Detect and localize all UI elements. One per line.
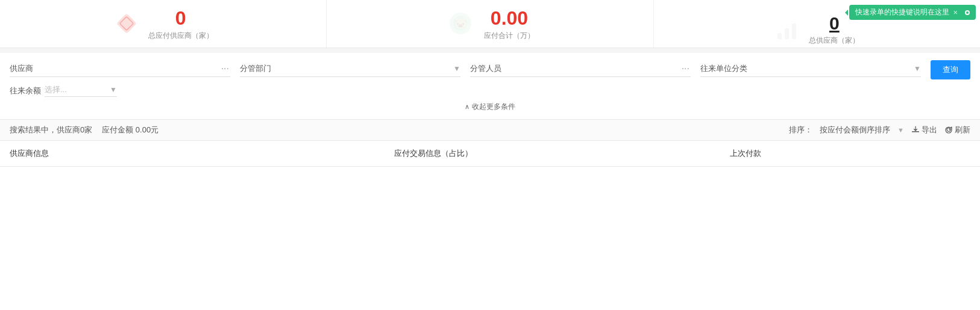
stat-payable-suppliers: 0 总应付供应商（家） (0, 0, 327, 48)
svg-rect-7 (792, 23, 796, 39)
export-btn[interactable]: 导出 (911, 125, 937, 135)
unit-chevron[interactable]: ▼ (914, 64, 921, 73)
result-bar: 搜索结果中，供应商0家 应付金额 0.00元 排序： 按应付会额倒序排序 ▼ 导… (0, 120, 980, 141)
total-suppliers-number: 0 (829, 13, 840, 34)
unit-label: 往来单位分类 (700, 63, 747, 74)
table-body (0, 167, 980, 310)
export-label: 导出 (922, 125, 937, 135)
dept-filter-group: 分管部门 ▼ (240, 63, 460, 77)
chart-icon (774, 16, 800, 43)
tooltip-close-btn[interactable]: × (953, 8, 958, 17)
collapse-chevron-icon: ∧ (465, 103, 470, 111)
dept-chevron[interactable]: ▼ (453, 64, 460, 73)
sort-label: 排序： (789, 125, 812, 135)
filter-row-1: 供应商 ··· 分管部门 ▼ 分管人员 ··· 往来单位分类 ▼ 查询 (10, 60, 970, 79)
payable-suppliers-label: 总应付供应商（家） (148, 31, 213, 41)
result-amount: 应付金额 0.00元 (102, 125, 159, 135)
refresh-label: 刷新 (955, 125, 970, 135)
stats-bar: 0 总应付供应商（家） 🐷 0.00 应付合计（万） 快速录单的快捷键说明在这里… (0, 0, 980, 48)
piggy-icon: 🐷 (445, 8, 476, 39)
payable-total-label: 应付合计（万） (484, 31, 535, 41)
tooltip-bubble: 快速录单的快捷键说明在这里 × (849, 5, 976, 20)
svg-text:🐷: 🐷 (454, 17, 468, 30)
balance-chevron[interactable]: ▼ (110, 85, 117, 94)
col-lastpay-header: 上次付款 (730, 148, 970, 159)
search-button[interactable]: 查询 (931, 60, 970, 79)
result-summary: 搜索结果中，供应商0家 应付金额 0.00元 (10, 125, 159, 135)
balance-placeholder: 选择... (45, 84, 110, 95)
diamond-icon (113, 10, 140, 37)
refresh-icon (944, 126, 953, 134)
supplier-label: 供应商 (10, 63, 33, 74)
svg-rect-8 (912, 131, 919, 132)
balance-select-wrapper: 选择... ▼ (45, 84, 117, 97)
col-supplier-header: 供应商信息 (10, 148, 394, 159)
svg-rect-5 (777, 33, 782, 39)
col-transaction-header: 应付交易信息（占比） (394, 148, 730, 159)
dept-label: 分管部门 (240, 63, 271, 74)
collapse-label: 收起更多条件 (472, 102, 515, 112)
supplier-filter-group: 供应商 ··· (10, 63, 230, 77)
person-label: 分管人员 (470, 63, 501, 74)
refresh-btn[interactable]: 刷新 (944, 125, 970, 135)
collapse-btn[interactable]: ∧ 收起更多条件 (465, 102, 515, 112)
balance-label: 往来余额 (10, 85, 41, 96)
unit-filter-group: 往来单位分类 ▼ (700, 63, 921, 77)
tooltip-text: 快速录单的快捷键说明在这里 (855, 7, 949, 17)
export-icon (911, 126, 920, 134)
filter-bar: 供应商 ··· 分管部门 ▼ 分管人员 ··· 往来单位分类 ▼ 查询 往来余额… (0, 53, 980, 120)
total-suppliers-label: 总供应商（家） (809, 36, 859, 46)
supplier-input[interactable] (37, 64, 220, 73)
result-actions: 排序： 按应付会额倒序排序 ▼ 导出 刷新 (789, 125, 970, 135)
tooltip-dot (965, 10, 970, 15)
stat-payable-total: 🐷 0.00 应付合计（万） (327, 0, 653, 48)
table-header: 供应商信息 应付交易信息（占比） 上次付款 (0, 141, 980, 167)
collapse-row: ∧ 收起更多条件 (10, 99, 970, 114)
svg-rect-6 (785, 28, 789, 39)
payable-total-number: 0.00 (491, 7, 528, 29)
person-dots[interactable]: ··· (680, 63, 691, 74)
filter-row-2: 往来余额 选择... ▼ (10, 84, 970, 97)
payable-suppliers-number: 0 (175, 7, 186, 29)
sort-value[interactable]: 按应付会额倒序排序 (820, 125, 890, 135)
stat-total-suppliers: 快速录单的快捷键说明在这里 × 0 总供应商（家） (654, 0, 980, 48)
sort-chevron-icon[interactable]: ▼ (897, 126, 904, 134)
dept-input[interactable] (275, 64, 453, 73)
supplier-dots[interactable]: ··· (220, 63, 230, 74)
unit-input[interactable] (751, 64, 914, 73)
person-input[interactable] (505, 64, 680, 73)
result-text: 搜索结果中，供应商0家 (10, 125, 92, 135)
person-filter-group: 分管人员 ··· (470, 63, 691, 77)
